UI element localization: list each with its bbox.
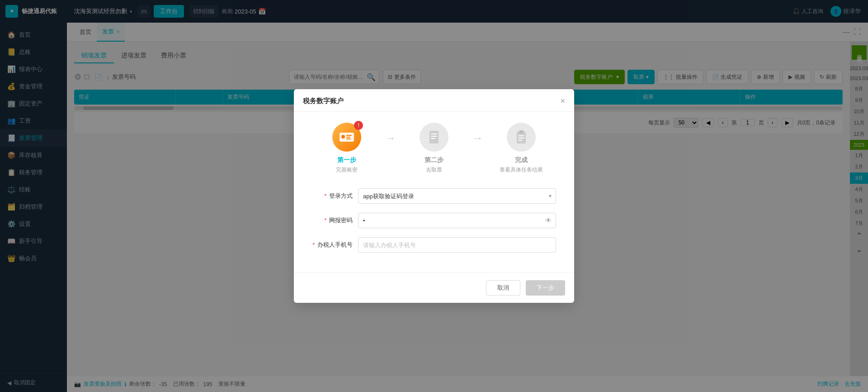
step-1-icon-wrap: ! bbox=[332, 123, 361, 152]
svg-rect-11 bbox=[518, 135, 524, 136]
svg-rect-6 bbox=[431, 134, 437, 134]
modal-overlay[interactable]: 税务数字账户 × bbox=[0, 0, 868, 392]
login-method-label: * 登录方式 bbox=[312, 192, 353, 200]
dialog-close-btn[interactable]: × bbox=[560, 96, 565, 106]
password-input[interactable] bbox=[358, 213, 556, 228]
step-3-label: 完成 bbox=[515, 156, 528, 164]
step-2-label: 第二步 bbox=[425, 156, 443, 164]
dialog-title: 税务数字账户 bbox=[303, 97, 344, 105]
step-arrow-1: → bbox=[382, 123, 399, 144]
dialog-footer: 取消 下一步 bbox=[294, 272, 574, 303]
svg-rect-10 bbox=[519, 130, 524, 133]
svg-rect-5 bbox=[429, 131, 439, 143]
password-row: * 网报密码 👁 bbox=[312, 213, 556, 228]
step-3-circle bbox=[507, 123, 536, 152]
step-1: ! 第一步 完善账密 bbox=[312, 123, 382, 174]
phone-label: * 办税人手机号 bbox=[312, 241, 353, 249]
svg-point-1 bbox=[341, 135, 345, 139]
password-label: * 网报密码 bbox=[312, 216, 353, 225]
phone-required: * bbox=[312, 241, 315, 248]
login-method-row: * 登录方式 app获取验证码登录 ▾ bbox=[312, 188, 556, 204]
password-toggle-icon[interactable]: 👁 bbox=[545, 217, 552, 224]
login-method-required: * bbox=[324, 192, 326, 199]
login-method-select[interactable]: app获取验证码登录 bbox=[358, 188, 556, 204]
phone-row: * 办税人手机号 bbox=[312, 237, 556, 253]
cancel-btn[interactable]: 取消 bbox=[486, 280, 520, 296]
step-arrow-2: → bbox=[469, 123, 486, 144]
dialog: 税务数字账户 × bbox=[294, 89, 574, 303]
dialog-header: 税务数字账户 × bbox=[294, 89, 574, 112]
password-control: 👁 bbox=[358, 213, 556, 228]
dialog-body: ! 第一步 完善账密 → bbox=[294, 112, 574, 272]
svg-rect-13 bbox=[518, 140, 522, 141]
step-3-sub: 查看具体任务结果 bbox=[500, 166, 543, 174]
step-2: 第二步 去取票 bbox=[399, 123, 469, 174]
svg-rect-3 bbox=[346, 137, 350, 138]
next-btn[interactable]: 下一步 bbox=[526, 280, 565, 296]
password-required: * bbox=[324, 217, 326, 224]
step-3-icon-wrap bbox=[507, 123, 536, 152]
svg-rect-4 bbox=[346, 139, 351, 139]
phone-control bbox=[358, 237, 556, 253]
svg-rect-12 bbox=[518, 138, 524, 139]
steps-container: ! 第一步 完善账密 → bbox=[312, 123, 556, 174]
phone-input[interactable] bbox=[358, 237, 556, 253]
step-2-icon-wrap bbox=[420, 123, 448, 152]
step-1-sub: 完善账密 bbox=[336, 166, 358, 174]
clipboard-icon bbox=[513, 129, 529, 145]
svg-rect-2 bbox=[346, 135, 352, 136]
step-1-label: 第一步 bbox=[337, 156, 356, 164]
id-card-icon bbox=[339, 131, 355, 143]
svg-rect-8 bbox=[431, 138, 435, 139]
step-2-circle bbox=[420, 123, 448, 152]
svg-rect-7 bbox=[431, 136, 437, 137]
step-1-badge: ! bbox=[354, 121, 363, 130]
step-2-sub: 去取票 bbox=[426, 166, 442, 174]
login-method-control: app获取验证码登录 ▾ bbox=[358, 188, 556, 204]
step-3: 完成 查看具体任务结果 bbox=[486, 123, 556, 174]
document-icon bbox=[426, 129, 442, 145]
